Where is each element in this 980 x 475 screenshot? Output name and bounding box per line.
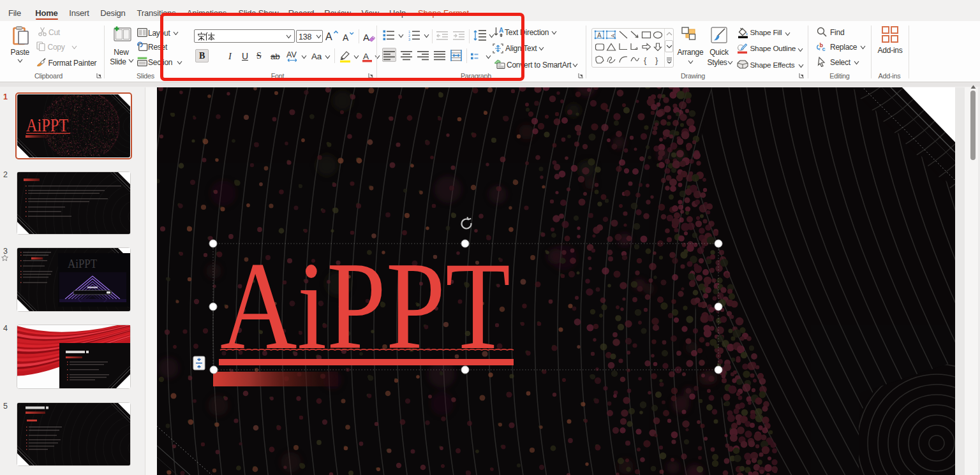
svg-text:}: } xyxy=(655,55,658,65)
svg-text:A: A xyxy=(610,34,616,38)
svg-text:AiPPT: AiPPT xyxy=(220,236,510,376)
svg-text:A: A xyxy=(597,32,602,39)
svg-text:AiPPT: AiPPT xyxy=(68,258,97,270)
svg-text:c: c xyxy=(822,46,826,52)
svg-text:{: { xyxy=(644,55,647,65)
svg-text:AiPPT: AiPPT xyxy=(26,114,68,135)
